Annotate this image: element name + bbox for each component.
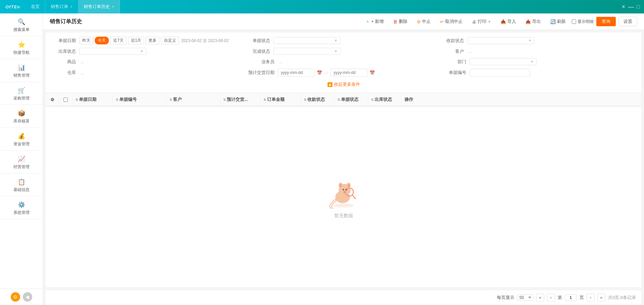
salesperson-control[interactable]: ... [278,59,443,64]
payment-status-control[interactable]: ▼ [467,37,635,44]
delivery-start-input[interactable] [278,69,315,77]
collapse-label: 收起更多条件 [334,81,360,87]
sidebar-collapse-btn[interactable]: ◀ [23,292,32,302]
sidebar-item-system-mgmt[interactable]: ⚙️ 系统管理 [0,196,43,219]
calendar-icon-end[interactable]: 📅 [370,70,375,75]
filter-row-4: 仓库 ... 预计交货日期 📅 — 📅 单据编号 [52,69,635,77]
th-number[interactable]: ⇅ 单据编号 [113,93,167,106]
query-button[interactable]: 查询 [596,17,616,26]
tab-sales-order-close[interactable]: × [70,4,73,9]
stop-icon: ⊘ [417,19,421,24]
date-btn-yesterday[interactable]: 昨天 [79,37,93,44]
prev-page-btn[interactable]: ‹ [547,294,555,302]
refresh-icon: 🔄 [550,19,556,24]
new-icon: ＋ [366,18,370,25]
payment-status-select[interactable]: ▼ [467,37,534,44]
svg-line-8 [352,195,355,199]
sidebar-item-finance-mgmt[interactable]: 💰 资金管理 [0,128,43,151]
department-select[interactable]: ▼ [470,58,537,65]
new-button[interactable]: ＋ + 新增 [362,17,387,26]
expected-delivery-control[interactable]: 📅 — 📅 [278,69,443,77]
svg-point-6 [348,184,350,187]
page-prefix: 第 [558,295,562,301]
topbar-minimize-icon[interactable]: — [628,3,634,10]
warehouse-control[interactable]: ... [79,70,244,75]
delete-icon: 🗑 [393,19,397,24]
sidebar-item-inventory-calc[interactable]: 📦 库存核算 [0,105,43,128]
collapse-row[interactable]: 🔼 收起更多条件 [52,80,635,89]
page-size-select[interactable]: 10 20 50 100 [517,294,533,301]
th-amount[interactable]: ⇅ 订单金额 [261,93,301,106]
sidebar-settings-btn[interactable]: ⚙ [11,292,20,302]
complete-status-control[interactable]: ▼ [273,48,441,55]
order-number-control[interactable] [470,69,635,77]
complete-status-select[interactable]: ▼ [273,48,341,55]
th-delivery[interactable]: ⇅ 预计交货... [220,93,261,106]
th-outbound-label: 出库状态 [375,97,392,103]
th-outbound[interactable]: ⇅ 出库状态 [368,93,402,106]
goods-control[interactable]: ... [79,59,244,64]
next-page-btn[interactable]: › [587,294,595,302]
tab-home[interactable]: 首页 [26,0,45,13]
sidebar-item-purchase-mgmt[interactable]: 🛒 采购管理 [0,82,43,105]
print-button[interactable]: 🖨 打印 ▼ [469,17,495,26]
department-control[interactable]: ▼ [470,58,635,65]
column-settings-icon[interactable]: ⚙ [50,97,54,102]
department-arrow: ▼ [530,60,534,64]
tab-sales-order-history[interactable]: 销售订单历史 × [78,0,120,13]
customer-control[interactable]: ... [467,49,635,54]
sort-number-icon: ⇅ [116,98,118,102]
tab-sales-order-history-close[interactable]: × [112,4,114,9]
settings-button[interactable]: 设置 [618,17,637,26]
topbar-maximize-icon[interactable]: □ [637,4,640,10]
th-payment-label: 收款状态 [307,97,325,103]
delete-button[interactable]: 🗑 删除 [390,17,411,26]
order-number-input[interactable] [470,69,530,77]
date-btn-today[interactable]: 今天 [95,37,109,44]
sidebar-item-quick-nav[interactable]: ⭐ 快捷导航 [0,36,43,59]
customer-picker[interactable]: ... [467,49,474,54]
order-status-select[interactable]: ▼ [273,37,341,44]
last-page-btn[interactable]: » [597,294,605,302]
refresh-button[interactable]: 🔄 刷新 [547,17,569,26]
th-date[interactable]: ⇅ 单据日期 [73,93,113,106]
goods-picker[interactable]: ... [79,59,86,64]
print-label: 打印 [478,18,486,25]
th-status[interactable]: ⇅ 单据状态 [335,93,368,106]
outbound-status-select[interactable]: ▼ [79,48,146,55]
date-btn-1month[interactable]: 近1月 [128,37,144,44]
calendar-icon-start[interactable]: 📅 [317,70,322,75]
salesperson-picker[interactable]: ... [278,59,284,64]
sidebar-item-basic-info[interactable]: 📋 基础信息 [0,174,43,196]
th-settings[interactable]: ⚙ [46,93,59,106]
stop-button[interactable]: ⊘ 中止 [414,17,434,26]
th-customer[interactable]: ⇅ 客户 [167,93,220,106]
outbound-status-control[interactable]: ▼ [79,48,247,55]
topbar-right: × — □ [622,0,644,13]
sidebar-item-sales-mgmt[interactable]: 📊 销售管理 [0,59,43,82]
th-checkbox[interactable] [59,93,73,106]
sort-customer-icon: ⇅ [169,98,172,102]
order-status-control[interactable]: ▼ [273,37,441,44]
export-button[interactable]: 📤 导出 [522,17,544,26]
date-btn-more[interactable]: 更多 [145,37,160,44]
first-page-btn[interactable]: « [536,294,544,302]
sidebar-item-search-menu[interactable]: 🔍 搜索菜单 [0,13,43,36]
th-action: 操作 [402,93,641,106]
th-payment[interactable]: ⇅ 收款状态 [301,93,335,106]
sidebar-item-operation-mgmt[interactable]: 📈 经营管理 [0,151,43,174]
import-button[interactable]: 📥 导入 [497,17,519,26]
date-btn-custom[interactable]: 自定义 [161,37,179,44]
page-number-input[interactable] [565,294,577,301]
select-all-checkbox[interactable] [63,98,68,102]
topbar-close-icon[interactable]: × [622,3,626,10]
top-bar: OfTEn 首页 销售订单 × 销售订单历史 × × — □ [0,0,644,13]
tab-sales-order[interactable]: 销售订单 × [45,0,78,13]
show-detail-checkbox[interactable] [572,20,576,24]
date-btn-7days[interactable]: 近7天 [110,37,127,44]
cancel-stop-button[interactable]: ↩ 取消中止 [437,17,466,26]
sidebar-bottom: ⚙ ◀ [0,289,43,305]
warehouse-picker[interactable]: ... [79,70,86,75]
delivery-end-input[interactable] [331,69,368,77]
show-detail-toggle[interactable]: 显示明细 [572,19,594,25]
